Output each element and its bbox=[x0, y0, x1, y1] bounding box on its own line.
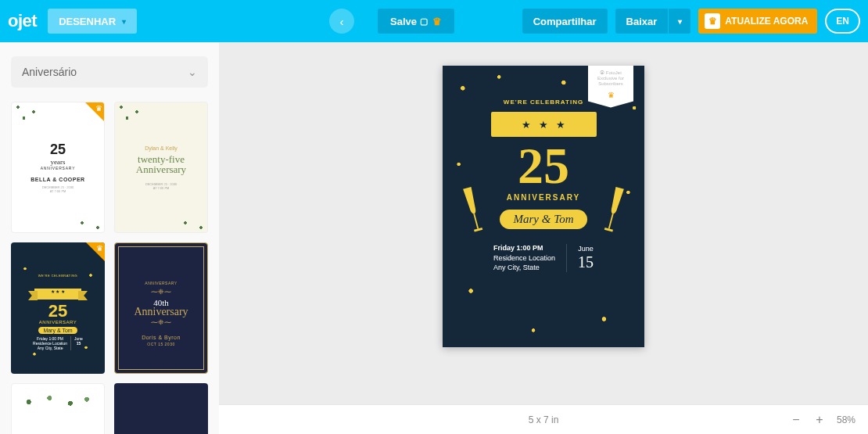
leaves-icon bbox=[16, 389, 99, 415]
thumb-names: BELLA & COOPER bbox=[30, 177, 84, 182]
zoom-in-button[interactable]: + bbox=[813, 413, 826, 427]
bottom-bar: 5 x 7 in − + 58% bbox=[219, 404, 868, 434]
template-thumb[interactable]: 25 years ANNIVERSARY BELLA & COOPER DECE… bbox=[11, 102, 105, 233]
thumb-names: Mary & Tom bbox=[38, 327, 77, 334]
template-thumb[interactable]: WE'RE CELEBRATING ★ ★ ★ 25 ANNIVERSARY M… bbox=[11, 242, 105, 374]
draw-dropdown[interactable]: DESENHAR ▾ bbox=[48, 9, 137, 34]
sidebar: Aniversário ⌄ 25 years ANNIVERSARY BELLA… bbox=[0, 42, 219, 434]
card-names: Mary & Tom bbox=[500, 210, 588, 229]
card-loc2: Any City, State bbox=[493, 263, 555, 273]
zoom-controls: − + 58% bbox=[790, 413, 855, 427]
save-button[interactable]: Salve ▢ ♛ bbox=[378, 9, 454, 34]
upgrade-button[interactable]: ♛ ATUALIZE AGORA bbox=[698, 9, 817, 34]
star-icon: ★ bbox=[539, 119, 548, 131]
champagne-glass-icon bbox=[459, 182, 487, 239]
thumb-date: OCT 15 2030 bbox=[147, 342, 174, 346]
thumb-line2: Anniversary bbox=[136, 164, 186, 174]
premium-badge-icon bbox=[86, 242, 105, 261]
svg-rect-0 bbox=[473, 213, 479, 229]
template-grid: 25 years ANNIVERSARY BELLA & COOPER DECE… bbox=[11, 102, 208, 434]
main-area: ⦿ FotoJet Exclusive for Subscribers ♛ WE… bbox=[219, 42, 868, 434]
thumb-script: years bbox=[51, 158, 66, 166]
language-label: EN bbox=[836, 16, 849, 27]
card-ribbon: ★ ★ ★ bbox=[491, 112, 597, 137]
thumb-tag: ANNIVERSARY bbox=[145, 281, 177, 285]
language-button[interactable]: EN bbox=[825, 9, 860, 34]
canvas[interactable]: ⦿ FotoJet Exclusive for Subscribers ♛ WE… bbox=[219, 42, 868, 404]
svg-rect-2 bbox=[608, 213, 614, 229]
watermark-line2: Subscribers bbox=[591, 81, 630, 87]
crown-icon: ♛ bbox=[705, 13, 720, 29]
zoom-out-button[interactable]: − bbox=[790, 413, 802, 427]
header-right-group: Compartilhar Baixar ▾ ♛ ATUALIZE AGORA E… bbox=[522, 9, 860, 34]
share-label: Compartilhar bbox=[533, 16, 597, 27]
chevron-down-icon: ⌄ bbox=[188, 66, 197, 78]
crown-icon: ♛ bbox=[432, 16, 442, 27]
category-dropdown[interactable]: Aniversário ⌄ bbox=[11, 56, 208, 88]
template-thumb[interactable]: ANNIVERSARY ⁓❈⁓ 40th Anniversary ⁓❈⁓ Dor… bbox=[114, 242, 208, 374]
thumb-number: 25 bbox=[48, 301, 67, 321]
caret-down-icon: ▾ bbox=[122, 17, 126, 26]
premium-badge-icon bbox=[85, 102, 104, 121]
zoom-value: 58% bbox=[837, 414, 855, 425]
card-loc1: Residence Location bbox=[493, 253, 555, 264]
thumb-number: 25 bbox=[50, 142, 66, 158]
download-button[interactable]: Baixar bbox=[615, 9, 669, 34]
card-month: June bbox=[578, 246, 594, 253]
app-logo: ojet bbox=[8, 11, 48, 31]
canvas-dimensions: 5 x 7 in bbox=[529, 414, 559, 425]
thumb-cele: WE'RE CELEBRATING bbox=[38, 274, 77, 278]
template-thumb[interactable]: ⚭ bbox=[114, 383, 208, 434]
category-label: Aniversário bbox=[22, 66, 77, 78]
star-icon: ★ bbox=[556, 119, 565, 131]
premium-watermark: ⦿ FotoJet Exclusive for Subscribers ♛ bbox=[588, 66, 633, 108]
upgrade-label: ATUALIZE AGORA bbox=[725, 16, 808, 27]
thumb-names: Doris & Byron bbox=[142, 335, 181, 340]
download-caret[interactable]: ▾ bbox=[669, 9, 690, 34]
back-button[interactable]: ‹ bbox=[329, 9, 354, 34]
thumb-names: Dylan & Kelly bbox=[145, 145, 178, 151]
app-header: ojet DESENHAR ▾ ‹ Salve ▢ ♛ Compartilhar… bbox=[0, 0, 868, 42]
thumb-annc: Anniversary bbox=[134, 307, 188, 316]
card-footer: Friday 1:00 PM Residence Location Any Ci… bbox=[493, 243, 594, 273]
card-day-time: Friday 1:00 PM bbox=[493, 243, 555, 253]
card-celebrating: WE'RE CELEBRATING bbox=[504, 99, 583, 106]
crown-icon: ♛ bbox=[591, 91, 630, 100]
save-disk-icon: ▢ bbox=[420, 16, 428, 27]
download-button-group: Baixar ▾ bbox=[615, 9, 691, 34]
save-label: Salve bbox=[390, 16, 417, 27]
download-label: Baixar bbox=[626, 16, 658, 27]
chevron-left-icon: ‹ bbox=[340, 15, 344, 28]
thumb-sub: ANNIVERSARY bbox=[41, 166, 76, 170]
template-thumb[interactable] bbox=[11, 383, 105, 434]
thumb-line1: twenty-five bbox=[138, 154, 185, 164]
caret-down-icon: ▾ bbox=[678, 17, 682, 26]
card-anniversary: ANNIVERSARY bbox=[507, 193, 580, 202]
app-body: Aniversário ⌄ 25 years ANNIVERSARY BELLA… bbox=[0, 42, 868, 434]
star-icon: ★ bbox=[522, 119, 531, 131]
design-card[interactable]: ⦿ FotoJet Exclusive for Subscribers ♛ WE… bbox=[443, 66, 644, 347]
template-thumb[interactable]: Dylan & Kelly twenty-five Anniversary DE… bbox=[114, 102, 208, 233]
card-number: 25 bbox=[518, 140, 569, 192]
champagne-glass-icon bbox=[600, 182, 628, 239]
share-button[interactable]: Compartilhar bbox=[522, 9, 608, 34]
thumb-ann: ANNIVERSARY bbox=[39, 320, 77, 325]
draw-label: DESENHAR bbox=[59, 16, 116, 27]
watermark-line1: Exclusive for bbox=[591, 76, 630, 81]
watermark-brand: ⦿ FotoJet bbox=[591, 70, 630, 76]
card-date: 15 bbox=[578, 253, 594, 271]
